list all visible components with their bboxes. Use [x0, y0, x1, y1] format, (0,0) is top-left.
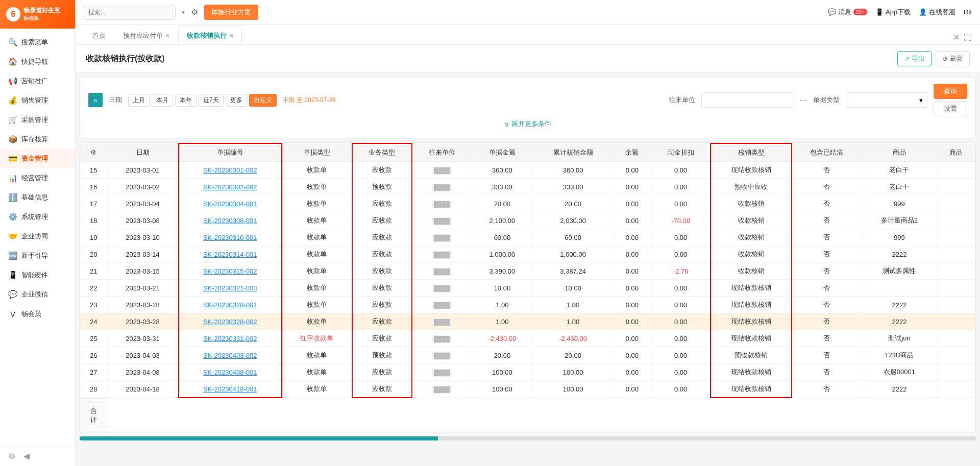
cell-order_type: 红字收款单	[282, 330, 352, 347]
cell-biz_type: 应收款	[352, 381, 412, 398]
cell-amount: 1.00	[472, 313, 533, 330]
cell-order_no: SK-20230321-003	[179, 280, 282, 297]
counterpart-input[interactable]	[701, 92, 793, 108]
date-btn-本月[interactable]: 本月	[152, 94, 173, 107]
tab-receipt[interactable]: 收款核销执行×	[178, 26, 242, 44]
order-no-link[interactable]: SK-20230403-002	[203, 352, 257, 359]
order-no-link[interactable]: SK-20230408-001	[203, 369, 257, 376]
settings-btn[interactable]: 设置	[934, 101, 967, 116]
order-no-link[interactable]: SK-20230308-001	[203, 217, 257, 225]
table-row: 152023-03-01SK-20230301-002收款单应收款████360…	[80, 162, 975, 179]
date-btn-本年[interactable]: 本年	[175, 94, 197, 107]
sidebar-item-marketing[interactable]: 📢营销推广	[0, 71, 75, 91]
messages-link[interactable]: 💬 消息 99+	[828, 8, 867, 17]
filter-area: » 日期 上月本月本年近7天更多自定义 不限 至 2023-07-26 往来单位…	[80, 77, 976, 138]
tab-label: 预付应应付单	[123, 31, 163, 40]
order-no-link[interactable]: SK-20230302-002	[203, 183, 257, 191]
cell-acc_amount: 2,030.00	[533, 212, 613, 229]
sidebar-item-finance[interactable]: 💳资金管理	[0, 149, 75, 168]
sidebar-item-guide[interactable]: 🆕新手引导	[0, 246, 75, 265]
cell-order_no: SK-20230304-001	[179, 195, 282, 212]
date-btn-更多[interactable]: 更多	[226, 94, 247, 107]
trial-btn[interactable]: 体验行业方案	[204, 5, 258, 20]
sidebar-item-sales[interactable]: 💰销售管理	[0, 91, 75, 110]
settings-icon[interactable]: ⚙	[8, 451, 15, 461]
sidebar-item-corp[interactable]: 🤝企业协同	[0, 227, 75, 246]
expand-more-btn[interactable]: ∨ 展开更多条件	[88, 116, 967, 132]
export-btn[interactable]: ↗ 导出	[897, 51, 932, 66]
cell-date: 2023-03-02	[107, 179, 179, 195]
cell-cash_discount: 0.00	[651, 246, 711, 263]
order-no-link[interactable]: SK-20230418-001	[203, 385, 257, 393]
messages-label: 消息	[838, 8, 851, 17]
sidebar-item-member[interactable]: V畅会员	[0, 304, 75, 324]
online-service-label: 在线客服	[929, 8, 955, 17]
date-btn-上月[interactable]: 上月	[128, 94, 150, 107]
cell-product: 测试多属性	[862, 263, 937, 280]
cell-balance: 0.00	[613, 179, 651, 195]
sidebar-item-search[interactable]: 🔍搜索菜单	[0, 33, 75, 52]
order-no-link[interactable]: SK-20230315-002	[203, 267, 257, 275]
gear-icon[interactable]: ⚙	[191, 7, 198, 17]
order-no-link[interactable]: SK-20230304-001	[203, 200, 257, 208]
receipt-type-label: 单据类型	[813, 95, 840, 105]
order-no-link[interactable]: SK-20230321-003	[203, 284, 257, 292]
query-btn[interactable]: 查询	[934, 84, 967, 99]
tab-close-icon[interactable]: ×	[230, 32, 233, 39]
cell-acc_amount: 1.00	[533, 297, 613, 313]
online-service-link[interactable]: 👤 在线客服	[919, 8, 955, 17]
app-download-link[interactable]: 📱 App下载	[875, 8, 911, 17]
collapse-icon[interactable]: ◀	[23, 451, 30, 461]
sidebar: 6 畅康道好生意 标推版 🔍搜索菜单🏠快捷导航📢营销推广💰销售管理🛒采购管理📦库…	[0, 0, 76, 466]
sidebar-item-base[interactable]: ℹ️基础信息	[0, 188, 75, 207]
marketing-icon: 📢	[8, 77, 17, 86]
refresh-btn[interactable]: ↺ 刷新	[936, 51, 970, 66]
tab-home[interactable]: 首页	[84, 26, 114, 44]
data-table: ⚙日期单据编号单据类型业务类型往来单位单据金额累计核销金额余额现金折扣核销类型包…	[80, 143, 975, 432]
sidebar-item-wechat[interactable]: 💬企业微信	[0, 285, 75, 304]
col-header-cancel_type: 核销类型	[710, 143, 792, 162]
cell-cash_discount: 0.00	[651, 179, 711, 195]
counterpart-value: ████	[432, 386, 452, 393]
cell-cancel_type: 收款核销	[710, 229, 792, 246]
order-no-link[interactable]: SK-20230314-001	[203, 251, 257, 258]
sidebar-item-system[interactable]: ⚙️系统管理	[0, 207, 75, 227]
counterpart-value: ████	[432, 251, 452, 258]
cell-balance: 0.00	[613, 263, 651, 280]
cell-counterpart: ████	[412, 195, 472, 212]
tab-close-icon[interactable]: ×	[166, 32, 169, 39]
order-no-link[interactable]: SK-20230331-002	[203, 335, 257, 342]
user-info[interactable]: Rit	[964, 8, 972, 16]
cell-balance: 0.00	[613, 381, 651, 398]
dropdown-arrow-icon[interactable]: ▾	[182, 9, 185, 16]
date-btn-近7天[interactable]: 近7天	[199, 94, 224, 107]
cell-biz_type: 应收款	[352, 263, 412, 280]
order-no-link[interactable]: SK-20230328-002	[203, 318, 257, 326]
date-btn-custom[interactable]: 自定义	[249, 94, 277, 107]
col-header-product: 商品	[862, 143, 937, 162]
sidebar-item-purchase[interactable]: 🛒采购管理	[0, 110, 75, 130]
cell-counterpart: ████	[412, 330, 472, 347]
close-window-icon[interactable]: ✕	[953, 33, 960, 42]
breadcrumb-input[interactable]	[84, 5, 176, 20]
cell-counterpart: ████	[412, 229, 472, 246]
more-options-dots[interactable]: ···	[799, 95, 807, 106]
table-scrollbar[interactable]	[80, 436, 976, 440]
expand-window-icon[interactable]: ⛶	[964, 33, 972, 42]
sidebar-item-business[interactable]: 📊经营管理	[0, 168, 75, 188]
cell-seq: 24	[80, 313, 107, 330]
sidebar-item-quick[interactable]: 🏠快捷导航	[0, 52, 75, 71]
tab-prepay[interactable]: 预付应应付单×	[114, 26, 178, 44]
col-header-cash_discount: 现金折扣	[651, 143, 711, 162]
order-no-link[interactable]: SK-20230310-001	[203, 234, 257, 241]
cell-date: 2023-03-08	[107, 212, 179, 229]
sidebar-item-inventory[interactable]: 📦库存核算	[0, 130, 75, 149]
hardware-icon: 📱	[8, 271, 17, 280]
order-no-link[interactable]: SK-20230301-002	[203, 166, 257, 174]
receipt-type-select[interactable]: ▾	[846, 92, 927, 108]
tab-bar-right: ✕ ⛶	[953, 33, 972, 44]
filter-expand-btn[interactable]: »	[88, 93, 103, 107]
sidebar-item-hardware[interactable]: 📱智能硬件	[0, 265, 75, 285]
order-no-link[interactable]: SK-20230328-001	[203, 301, 257, 309]
main-content: ▾ ⚙ 体验行业方案 💬 消息 99+ 📱 App下载 👤 在线客服 Rit 首…	[76, 0, 980, 466]
